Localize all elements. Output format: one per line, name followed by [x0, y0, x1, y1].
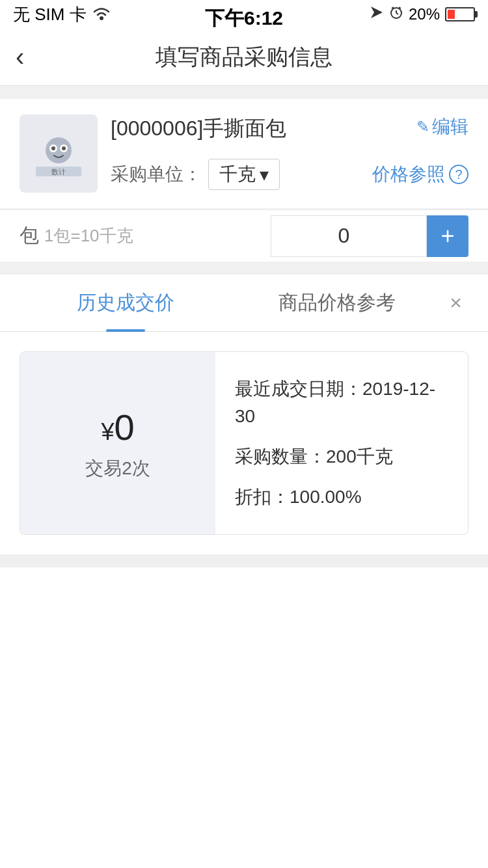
discount-value: 100.00%: [290, 487, 362, 507]
quantity-plus-button[interactable]: +: [427, 215, 468, 257]
dropdown-arrow-icon: ▾: [260, 164, 269, 185]
purchase-unit-row: 采购单位： 千克 ▾ 价格参照 ?: [111, 159, 468, 190]
back-button[interactable]: ‹: [16, 42, 24, 72]
svg-line-4: [396, 13, 398, 14]
svg-point-10: [51, 146, 55, 150]
purchase-qty-row: 采购数量：200千克: [235, 443, 448, 470]
unit-value: 千克: [219, 162, 256, 187]
svg-point-7: [46, 137, 72, 163]
nav-bar: ‹ 填写商品采购信息: [0, 29, 488, 86]
recent-date-label: 最近成交日期：: [235, 379, 362, 399]
edit-button[interactable]: ✎ 编辑: [416, 115, 468, 139]
price-ref-label: 价格参照: [372, 162, 445, 187]
tab-close-button[interactable]: ×: [443, 284, 468, 321]
battery-icon: [445, 7, 475, 21]
quantity-input[interactable]: [271, 215, 427, 257]
battery-percent: 20%: [409, 5, 440, 23]
svg-point-0: [100, 16, 103, 20]
help-icon: ?: [449, 165, 468, 184]
carrier-text: 无 SIM 卡: [13, 3, 87, 26]
edit-icon: ✎: [416, 118, 429, 136]
price-reference-link[interactable]: 价格参照 ?: [372, 162, 468, 187]
status-time: 下午6:12: [205, 5, 283, 32]
discount-row: 折扣：100.00%: [235, 483, 448, 511]
quantity-label: 包 1包=10千克: [20, 223, 133, 249]
location-icon: [370, 5, 384, 23]
product-thumbnail: 数计: [20, 115, 98, 193]
status-right: 20%: [370, 5, 475, 23]
unit-display: 包: [20, 223, 39, 249]
status-bar: 无 SIM 卡 下午6:12 20%: [0, 0, 488, 29]
quantity-row: 包 1包=10千克 +: [0, 210, 488, 262]
svg-point-11: [62, 146, 66, 150]
transaction-card: ¥0 交易2次 最近成交日期：2019-12-30 采购数量：200千克 折扣：…: [20, 351, 468, 535]
tabs-header: 历史成交价 商品价格参考 ×: [0, 275, 488, 332]
page-title: 填写商品采购信息: [156, 42, 332, 72]
price-currency-symbol: ¥: [101, 418, 114, 445]
transaction-price-side: ¥0 交易2次: [20, 352, 215, 534]
purchase-qty-value: 200千克: [326, 446, 393, 467]
wifi-icon: [92, 5, 111, 25]
recent-date-row: 最近成交日期：2019-12-30: [235, 375, 448, 430]
edit-label: 编辑: [432, 115, 468, 139]
product-card: 数计 [0000006]手撕面包 ✎ 编辑 采购单位： 千克 ▾ 价格参照 ?: [0, 99, 488, 208]
purchase-unit-label: 采购单位：: [111, 162, 202, 187]
product-name: [0000006]手撕面包: [111, 115, 286, 143]
transaction-detail-side: 最近成交日期：2019-12-30 采购数量：200千克 折扣：100.00%: [215, 352, 468, 534]
unit-select-dropdown[interactable]: 千克 ▾: [208, 159, 280, 190]
quantity-input-group: +: [271, 215, 468, 257]
battery-fill: [448, 10, 455, 19]
bottom-space: [0, 567, 488, 868]
svg-text:数计: 数计: [51, 168, 66, 176]
discount-label: 折扣：: [235, 487, 290, 507]
price-value: 0: [114, 407, 134, 448]
price-display: ¥0: [101, 406, 134, 448]
svg-marker-1: [371, 7, 383, 18]
product-header: [0000006]手撕面包 ✎ 编辑: [111, 115, 468, 143]
purchase-qty-label: 采购数量：: [235, 446, 326, 467]
unit-hint: 1包=10千克: [44, 224, 133, 247]
transaction-count: 交易2次: [85, 456, 150, 481]
status-left: 无 SIM 卡: [13, 3, 111, 26]
tabs-section: 历史成交价 商品价格参考 × ¥0 交易2次 最近成交日期：2019-12-30…: [0, 275, 488, 554]
transaction-area: ¥0 交易2次 最近成交日期：2019-12-30 采购数量：200千克 折扣：…: [0, 332, 488, 554]
alarm-icon: [389, 5, 403, 23]
tab-price-reference[interactable]: 商品价格参考: [232, 275, 444, 332]
tab-historical-price[interactable]: 历史成交价: [20, 275, 232, 332]
product-info: [0000006]手撕面包 ✎ 编辑 采购单位： 千克 ▾ 价格参照 ?: [111, 115, 468, 190]
